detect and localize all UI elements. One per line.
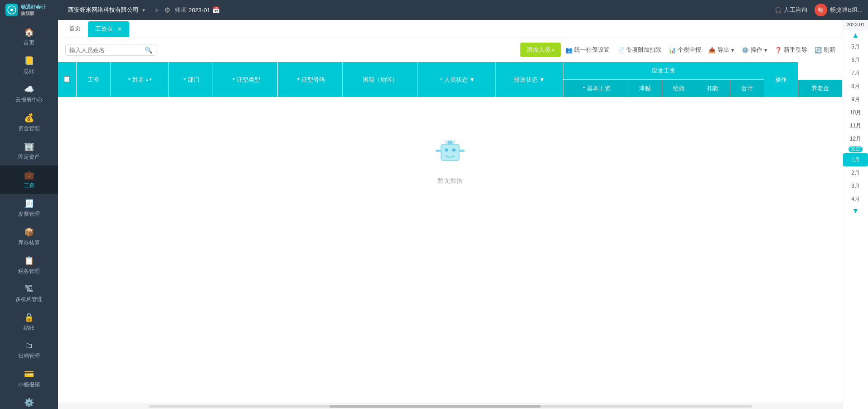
tab-home[interactable]: 首页 bbox=[62, 21, 88, 37]
add-person-label: 添加人员 bbox=[527, 46, 550, 54]
export-label: 导出 bbox=[718, 46, 729, 54]
new-guide-icon: ❓ bbox=[775, 47, 782, 54]
sidebar-item-archive[interactable]: 🗂 归档管理 bbox=[0, 336, 58, 365]
status-filter-icon: ▼ bbox=[469, 76, 475, 83]
scroll-track[interactable] bbox=[149, 405, 752, 408]
month-item-3[interactable]: 3月 bbox=[843, 180, 868, 193]
operations-action[interactable]: ⚙️ 操作 ▾ bbox=[742, 46, 767, 54]
month-prev-button[interactable]: ▲ bbox=[851, 30, 860, 40]
month-item-10[interactable]: 10月 bbox=[843, 106, 868, 119]
month-item-5[interactable]: 5月 bbox=[843, 40, 868, 54]
right-panel: 2023.01 ▲ 5月 6月 7月 8月 9月 10月 11月 12月 202… bbox=[843, 20, 868, 409]
sidebar-item-tax[interactable]: 📋 税务管理 bbox=[0, 251, 58, 280]
operations-dropdown-icon: ▾ bbox=[764, 47, 767, 54]
month-item-4[interactable]: 4月 bbox=[843, 193, 868, 206]
month-item-1[interactable]: 1月 bbox=[843, 153, 868, 166]
th-report-status[interactable]: 报送状态 ▼ bbox=[495, 62, 563, 97]
company-name: 西安虾米网络科技有限公司 bbox=[68, 6, 139, 14]
sidebar-item-salary[interactable]: 💼 工资 bbox=[0, 166, 58, 194]
new-guide-action[interactable]: ❓ 新手引导 bbox=[775, 46, 807, 54]
svg-rect-2 bbox=[445, 149, 448, 151]
name-sort[interactable]: ＊姓名 ▲▼ bbox=[126, 76, 152, 84]
year-badge: 2023 bbox=[849, 146, 862, 152]
expense-icon: 💳 bbox=[24, 369, 34, 379]
th-status[interactable]: ＊人员状态 ▼ bbox=[417, 62, 495, 97]
th-checkbox[interactable] bbox=[58, 62, 76, 97]
tab-salary[interactable]: 工资表 ✕ bbox=[88, 21, 129, 37]
empty-state: 暂无数据 bbox=[58, 97, 843, 221]
refresh-action[interactable]: 🔄 刷新 bbox=[815, 46, 835, 54]
sidebar-item-closing[interactable]: 🔒 结账 bbox=[0, 308, 58, 336]
th-dept: ＊部门 bbox=[169, 62, 213, 97]
sidebar-item-multi-org[interactable]: 🏗 多机构管理 bbox=[0, 280, 58, 308]
month-item-2[interactable]: 2月 bbox=[843, 166, 868, 180]
scroll-thumb[interactable] bbox=[330, 405, 541, 408]
personal-tax-action[interactable]: 📊 个税申报 bbox=[669, 46, 701, 54]
select-all-checkbox[interactable] bbox=[64, 76, 70, 82]
archive-icon: 🗂 bbox=[25, 341, 33, 351]
settings-icon[interactable]: ⚙ bbox=[164, 6, 170, 15]
social-security-action[interactable]: 👥 统一社保设置 bbox=[565, 46, 610, 54]
sidebar-item-ledger[interactable]: 📒 总账 bbox=[0, 51, 58, 80]
sidebar-item-invoice[interactable]: 🧾 发票管理 bbox=[0, 194, 58, 223]
logo-area: 畅通好会计 旗舰版 bbox=[5, 4, 63, 17]
month-item-11[interactable]: 11月 bbox=[843, 119, 868, 132]
month-item-6[interactable]: 6月 bbox=[843, 54, 868, 67]
operations-icon: ⚙️ bbox=[742, 47, 749, 54]
month-item-8[interactable]: 8月 bbox=[843, 80, 868, 93]
add-company-button[interactable]: ＋ bbox=[153, 5, 160, 15]
month-next-button[interactable]: ▼ bbox=[851, 206, 860, 216]
inventory-icon: 📦 bbox=[24, 227, 34, 237]
sidebar-item-assets[interactable]: 🏢 固定资产 bbox=[0, 137, 58, 166]
refresh-label: 刷新 bbox=[824, 46, 835, 54]
calendar-icon[interactable]: 📅 bbox=[212, 6, 220, 14]
empty-text: 暂无数据 bbox=[437, 177, 463, 185]
sidebar-item-label: 发票管理 bbox=[18, 210, 40, 218]
sidebar-item-home[interactable]: 🏠 首页 bbox=[0, 23, 58, 51]
sidebar-item-label: 归档管理 bbox=[18, 352, 40, 360]
sidebar-item-label: 小畅报销 bbox=[18, 381, 40, 389]
th-operations: 操作 bbox=[764, 62, 798, 97]
sidebar-item-expense[interactable]: 💳 小畅报销 bbox=[0, 365, 58, 393]
company-selector[interactable]: 西安虾米网络科技有限公司 ▼ bbox=[68, 6, 146, 14]
multi-org-icon: 🏗 bbox=[25, 284, 33, 294]
sidebar-item-label: 首页 bbox=[24, 39, 34, 47]
personal-tax-label: 个税申报 bbox=[678, 46, 701, 54]
th-id-number: ＊证型号码 bbox=[278, 62, 343, 97]
bottom-scroll[interactable] bbox=[58, 403, 843, 409]
search-input[interactable] bbox=[69, 47, 142, 54]
add-person-button[interactable]: 添加人员 ▾ bbox=[520, 43, 561, 57]
table-container: 工号 ＊姓名 ▲▼ ＊部门 ＊证型类型 ＊证型号码 国籍（地区） ＊人员状 bbox=[58, 62, 843, 403]
svg-rect-3 bbox=[452, 149, 456, 151]
th-performance: 绩效 bbox=[662, 80, 696, 97]
header-actions: ＋ ⚙ bbox=[153, 5, 170, 15]
tab-bar: 首页 工资表 ✕ bbox=[58, 20, 843, 38]
personal-tax-icon: 📊 bbox=[669, 47, 676, 54]
month-item-9[interactable]: 9月 bbox=[843, 93, 868, 106]
tab-close-icon[interactable]: ✕ bbox=[117, 26, 122, 32]
tax-deduction-icon: 📄 bbox=[617, 47, 624, 54]
svg-rect-4 bbox=[448, 141, 453, 145]
toolbar-actions: 👥 统一社保设置 📄 专项附加扣除 📊 个税申报 📤 导出 ▾ ⚙️ bbox=[565, 46, 835, 54]
month-item-7[interactable]: 7月 bbox=[843, 67, 868, 80]
sidebar-item-cloud-report[interactable]: ☁️ 云报表中心 bbox=[0, 80, 58, 108]
export-action[interactable]: 📤 导出 ▾ bbox=[708, 46, 734, 54]
service-button[interactable]: 🎧 人工咨询 bbox=[775, 6, 807, 14]
search-wrap: 🔍 bbox=[65, 44, 156, 56]
month-item-12[interactable]: 12月 bbox=[843, 132, 868, 146]
sidebar-item-label: 资金管理 bbox=[18, 125, 40, 132]
service-label: 人工咨询 bbox=[784, 6, 807, 14]
sidebar-item-funds[interactable]: 💰 资金管理 bbox=[0, 108, 58, 137]
user-area[interactable]: 畅 畅捷通B组... bbox=[815, 4, 863, 16]
period-label: 账期 bbox=[175, 6, 187, 14]
period-value: 2023-01 bbox=[189, 7, 210, 14]
main-layout: 🏠 首页 📒 总账 ☁️ 云报表中心 💰 资金管理 🏢 固定资产 💼 工资 🧾 … bbox=[0, 20, 868, 409]
app-logo-icon bbox=[5, 4, 18, 16]
th-number: 工号 bbox=[76, 62, 110, 97]
invoice-icon: 🧾 bbox=[24, 199, 34, 209]
tax-deduction-action[interactable]: 📄 专项附加扣除 bbox=[617, 46, 661, 54]
sidebar-item-inventory[interactable]: 📦 库存核算 bbox=[0, 223, 58, 251]
sidebar-item-settings[interactable]: ⚙️ 基础设置 bbox=[0, 393, 58, 409]
sidebar: 🏠 首页 📒 总账 ☁️ 云报表中心 💰 资金管理 🏢 固定资产 💼 工资 🧾 … bbox=[0, 20, 58, 409]
table-body: 暂无数据 bbox=[58, 97, 843, 221]
